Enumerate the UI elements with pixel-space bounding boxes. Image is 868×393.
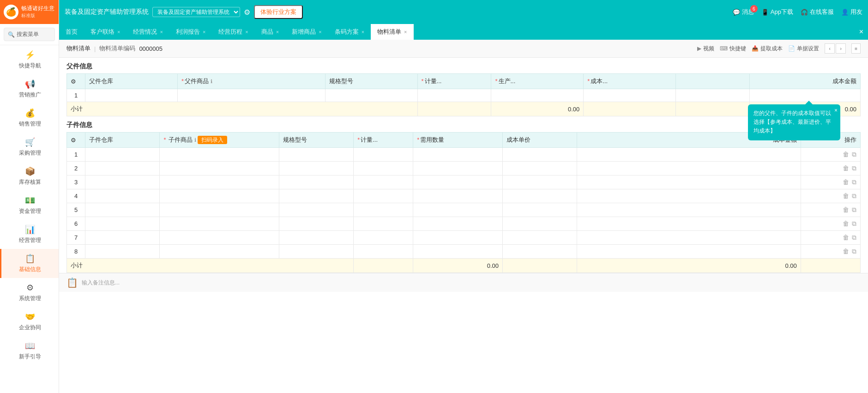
child-row-2-qty[interactable] (413, 162, 503, 175)
message-button[interactable]: 💬 消息 6 (733, 8, 754, 16)
user-button[interactable]: 👤 用友 (841, 8, 862, 16)
single-settings-button[interactable]: 📄 单据设置 (788, 45, 819, 53)
tab-history[interactable]: 经营历程 × (212, 24, 254, 40)
delete-icon-row-5[interactable]: 🗑 (843, 206, 849, 214)
child-row-3-unit-cost[interactable] (503, 175, 577, 189)
tab-bom[interactable]: 物料清单 × (371, 24, 413, 40)
experience-button[interactable]: 体验行业方案 (254, 5, 303, 19)
sidebar-item-basic-info[interactable]: 📋 基础信息 (0, 249, 59, 278)
copy-icon-row-3[interactable]: ⧉ (852, 178, 856, 186)
child-row-7-warehouse[interactable] (85, 231, 160, 245)
tab-customer[interactable]: 客户联络 × (84, 24, 127, 40)
delete-icon-row-4[interactable]: 🗑 (843, 192, 849, 200)
child-row-1-qty[interactable] (413, 148, 503, 162)
search-menu-button[interactable]: 🔍 搜索菜单 (4, 28, 55, 41)
child-row-3-warehouse[interactable] (85, 175, 160, 189)
child-row-4-unit-cost[interactable] (503, 189, 577, 203)
child-row-2-unit-cost[interactable] (503, 162, 577, 175)
child-row-3-qty[interactable] (413, 175, 503, 189)
app-download-button[interactable]: 📱 App下载 (761, 8, 793, 16)
child-row-5-unit-cost[interactable] (503, 203, 577, 217)
delete-icon-row-3[interactable]: 🗑 (843, 178, 849, 186)
child-row-1-warehouse[interactable] (85, 148, 160, 162)
nav-prev-button[interactable]: ‹ (825, 43, 835, 54)
shortcut-button[interactable]: ⌨ 快捷键 (720, 45, 746, 53)
nav-next-button[interactable]: › (836, 43, 846, 54)
copy-icon-row-7[interactable]: ⧉ (852, 234, 856, 242)
child-row-8-unit-cost[interactable] (503, 245, 577, 259)
child-row-8-warehouse[interactable] (85, 245, 160, 259)
child-row-5-product[interactable] (160, 203, 279, 217)
child-row-5-warehouse[interactable] (85, 203, 160, 217)
sidebar-item-finance[interactable]: 💵 资金管理 (0, 191, 59, 220)
parent-production-cell[interactable] (491, 89, 584, 102)
child-row-7-spec[interactable] (279, 231, 353, 245)
child-row-6-warehouse[interactable] (85, 217, 160, 231)
gear-icon[interactable]: ⚙ (244, 8, 250, 17)
child-row-4-warehouse[interactable] (85, 189, 160, 203)
child-row-7-qty[interactable] (413, 231, 503, 245)
child-row-4-product[interactable] (160, 189, 279, 203)
child-row-6-product[interactable] (160, 217, 279, 231)
child-row-6-unit-cost[interactable] (503, 217, 577, 231)
child-row-6-spec[interactable] (279, 217, 353, 231)
nav-list-button[interactable]: ≡ (851, 43, 861, 54)
parent-unit-cell[interactable] (417, 89, 491, 102)
tab-ops-close[interactable]: × (160, 29, 163, 35)
sidebar-item-guide[interactable]: 📖 新手引导 (0, 336, 59, 365)
child-row-6-unit[interactable] (354, 217, 413, 231)
copy-icon-row-2[interactable]: ⧉ (852, 164, 856, 172)
child-row-8-unit[interactable] (354, 245, 413, 259)
child-row-2-unit[interactable] (354, 162, 413, 175)
tab-add-goods[interactable]: 新增商品 × (285, 24, 328, 40)
parent-spec-cell[interactable] (325, 89, 417, 102)
delete-icon-row-6[interactable]: 🗑 (843, 220, 849, 228)
child-row-7-product[interactable] (160, 231, 279, 245)
child-row-7-unit-cost[interactable] (503, 231, 577, 245)
extract-cost-button[interactable]: 📥 提取成本 (752, 45, 783, 53)
scan-button[interactable]: 扫码录入 (198, 136, 227, 144)
sidebar-item-marketing[interactable]: 📢 营销推广 (0, 74, 59, 103)
child-row-6-qty[interactable] (413, 217, 503, 231)
tab-profit-close[interactable]: × (203, 29, 205, 35)
parent-product-cell[interactable] (177, 89, 325, 102)
tab-barcode[interactable]: 条码方案 × (328, 24, 371, 40)
close-all-tabs-button[interactable]: × (855, 28, 868, 36)
child-row-3-product[interactable] (160, 175, 279, 189)
tab-profit[interactable]: 利润报告 × (169, 24, 212, 40)
child-row-1-spec[interactable] (279, 148, 353, 162)
child-row-3-unit[interactable] (354, 175, 413, 189)
child-row-4-qty[interactable] (413, 189, 503, 203)
child-row-8-product[interactable] (160, 245, 279, 259)
tab-history-close[interactable]: × (245, 29, 248, 35)
breadcrumb-bom[interactable]: 物料清单 (66, 44, 90, 53)
view-button[interactable]: ▶ 视频 (697, 45, 714, 53)
child-row-8-qty[interactable] (413, 245, 503, 259)
child-row-1-unit-cost[interactable] (503, 148, 577, 162)
child-row-4-unit[interactable] (354, 189, 413, 203)
sidebar-item-system[interactable]: ⚙ 系统管理 (0, 278, 59, 307)
sidebar-item-sales[interactable]: 💰 销售管理 (0, 103, 59, 133)
tab-home[interactable]: 首页 (59, 24, 84, 40)
child-row-7-unit[interactable] (354, 231, 413, 245)
system-dropdown[interactable]: 装备及固定资产辅助管理系统 (152, 7, 240, 17)
tab-bom-close[interactable]: × (404, 29, 407, 35)
copy-icon-row-4[interactable]: ⧉ (852, 192, 856, 200)
child-row-3-spec[interactable] (279, 175, 353, 189)
sidebar-item-enterprise[interactable]: 🤝 企业协同 (0, 307, 59, 336)
tab-goods[interactable]: 商品 × (255, 24, 285, 40)
parent-warehouse-cell[interactable] (85, 89, 178, 102)
child-row-5-spec[interactable] (279, 203, 353, 217)
tooltip-close-button[interactable]: × (834, 106, 838, 115)
copy-icon-row-5[interactable]: ⧉ (852, 206, 856, 214)
sidebar-item-inventory[interactable]: 📦 库存核算 (0, 162, 59, 191)
sidebar-item-quick-nav[interactable]: ⚡ 快捷导航 (0, 45, 59, 74)
child-row-1-unit[interactable] (354, 148, 413, 162)
delete-icon-row-1[interactable]: 🗑 (843, 151, 849, 158)
tab-goods-close[interactable]: × (276, 29, 279, 35)
delete-icon-row-8[interactable]: 🗑 (843, 248, 849, 255)
delete-icon-row-2[interactable]: 🗑 (843, 164, 849, 172)
tab-customer-close[interactable]: × (117, 29, 120, 35)
child-row-5-unit[interactable] (354, 203, 413, 217)
online-service-button[interactable]: 🎧 在线客服 (801, 8, 834, 16)
